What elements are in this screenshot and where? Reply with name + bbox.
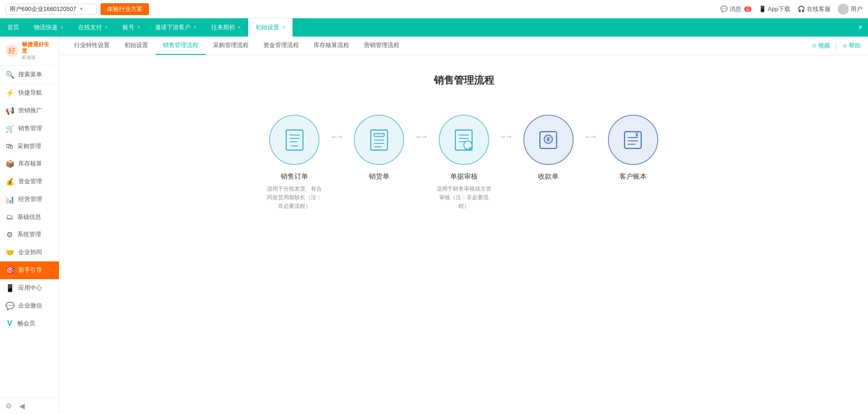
guide-label: 新手引导 (18, 266, 42, 274)
user-item[interactable]: 用户 (838, 4, 863, 15)
nav-logistics-close[interactable]: × (60, 24, 64, 31)
svg-point-16 (464, 141, 472, 149)
finance-icon: 💰 (5, 177, 15, 186)
sidebar-item-sales[interactable]: 🛒 销售管理 (0, 120, 59, 138)
flow-title: 销售管理流程 (87, 74, 841, 87)
sidebar-item-quicknav[interactable]: ⚡ 快捷导航 (0, 84, 59, 102)
tab-industry[interactable]: 行业特性设置 (67, 37, 117, 55)
sidebar-item-system[interactable]: ⚙ 系统管理 (0, 226, 59, 244)
nav-close-all-button[interactable]: × (858, 23, 863, 32)
service-item[interactable]: 🎧 在线客服 (798, 5, 831, 13)
tab-inventory-flow[interactable]: 库存核算流程 (306, 37, 357, 55)
nav-home-label: 首页 (7, 23, 19, 32)
inventory-icon: 📦 (5, 159, 15, 168)
nav-payment-close[interactable]: × (105, 24, 108, 31)
sidebar-item-vip[interactable]: V 畅会员 (0, 315, 59, 332)
purchase-icon: 🛍 (5, 142, 14, 150)
top-bar: 用户690企业1660120507 ▼ 体验行业方案 💬 消息 6 📱 App下… (0, 0, 868, 18)
divider: | (836, 42, 837, 49)
sidebar-search[interactable]: 🔍 搜索菜单 (0, 66, 59, 84)
svg-text:¥: ¥ (547, 136, 550, 143)
sidebar-item-collab[interactable]: 🤝 企业协同 (0, 244, 59, 261)
tab-inventory-flow-label: 库存核算流程 (314, 42, 349, 48)
logo-text-block: 畅捷通好生意 标准版 (22, 41, 54, 61)
nav-payment-label: 在线支付 (78, 23, 102, 32)
nav-init-label: 初始设置 (256, 23, 279, 32)
svg-text:¥: ¥ (635, 132, 639, 138)
sidebar-item-marketing[interactable]: 📢 营销推广 (0, 102, 59, 120)
step-review-circle[interactable] (439, 115, 489, 165)
wechat-label: 企业微信 (18, 302, 42, 310)
user-label: 用户 (851, 5, 863, 13)
step-review-desc: 适用于财务审核或主管审核（注：非必要流程） (434, 185, 494, 211)
sidebar-item-operation[interactable]: 📊 经营管理 (0, 191, 59, 208)
tab-marketing-flow[interactable]: 营销管理流程 (357, 37, 407, 55)
collab-label: 企业协同 (18, 248, 42, 256)
nav-logistics[interactable]: 物流快递 × (27, 18, 71, 37)
inventory-label: 库存核算 (18, 159, 42, 168)
tab-industry-label: 行业特性设置 (74, 42, 110, 48)
logo-icon: 好 (5, 43, 19, 58)
nav-payment[interactable]: 在线支付 × (71, 18, 115, 37)
nav-init[interactable]: 初始设置 × (248, 18, 293, 37)
quicknav-label: 快捷导航 (18, 89, 42, 97)
sidebar-item-wechat[interactable]: 💬 企业微信 (0, 297, 59, 315)
review-icon (451, 127, 476, 153)
video-link[interactable]: ⊙ 视频 (812, 42, 830, 50)
nav-period-close[interactable]: × (238, 24, 241, 31)
step-order-desc: 适用于分批发货、有合同发货周期较长（注：非必要流程） (265, 185, 324, 211)
step-payment-name: 收款单 (538, 172, 559, 181)
finance-label: 资金管理 (18, 177, 42, 186)
marketing-label: 营销推广 (18, 106, 42, 115)
nav-init-close[interactable]: × (282, 24, 285, 31)
nav-period[interactable]: 往来期初 × (204, 18, 248, 37)
ledger-icon: ¥ (620, 127, 645, 153)
step-delivery-circle[interactable] (354, 115, 404, 165)
tab-sales-flow[interactable]: 销售管理流程 (155, 37, 206, 55)
top-bar-right: 💬 消息 6 📱 App下载 🎧 在线客服 用户 (720, 4, 863, 15)
sidebar-bottom: ⚙ ◀ (0, 398, 59, 414)
logo-title: 畅捷通好生意 (22, 41, 54, 54)
tab-finance-flow-label: 资金管理流程 (263, 42, 299, 48)
message-label: 消息 (730, 5, 741, 13)
tab-purchase-flow[interactable]: 采购管理流程 (206, 37, 256, 55)
flow-step-order: 销售订单 适用于分批发货、有合同发货周期较长（注：非必要流程） (258, 115, 331, 211)
flow-step-delivery: 销货单 (342, 115, 415, 185)
delivery-icon (367, 127, 392, 153)
settings-icon[interactable]: ⚙ (5, 402, 12, 410)
step-payment-circle[interactable]: ¥ (523, 115, 574, 165)
step-order-circle[interactable] (269, 115, 320, 165)
company-select[interactable]: 用户690企业1660120507 ▼ (5, 4, 97, 15)
trial-button[interactable]: 体验行业方案 (101, 3, 149, 15)
tab-finance-flow[interactable]: 资金管理流程 (256, 37, 306, 55)
appstore-icon: 📱 (5, 284, 15, 292)
sidebar-item-finance[interactable]: 💰 资金管理 (0, 173, 59, 191)
collapse-icon[interactable]: ◀ (19, 402, 25, 410)
operation-icon: 📊 (5, 195, 15, 204)
help-link[interactable]: ⊙ 帮助 (842, 42, 861, 50)
marketing-icon: 📢 (5, 106, 15, 115)
app-download-item[interactable]: 📱 App下载 (759, 5, 790, 13)
nav-invite[interactable]: 邀请下游客户 × (148, 18, 204, 37)
search-icon: 🔍 (5, 70, 15, 79)
nav-home[interactable]: 首页 (0, 18, 27, 37)
content-tabs: 行业特性设置 初始设置 销售管理流程 采购管理流程 资金管理流程 库存核算流程 (59, 37, 868, 55)
payment-icon: ¥ (536, 127, 561, 153)
sidebar-item-appstore[interactable]: 📱 应用中心 (0, 279, 59, 297)
guide-icon: 🎯 (5, 266, 15, 275)
message-item[interactable]: 💬 消息 6 (720, 5, 751, 13)
nav-logistics-label: 物流快递 (34, 23, 58, 32)
sidebar-item-purchase[interactable]: 🛍 采购管理 (0, 138, 59, 155)
nav-account[interactable]: 账号 × (115, 18, 148, 37)
svg-rect-21 (624, 132, 641, 149)
nav-account-close[interactable]: × (137, 24, 140, 31)
basic-icon: 🗂 (5, 213, 14, 221)
tab-initial[interactable]: 初始设置 (117, 37, 155, 55)
nav-invite-close[interactable]: × (193, 24, 197, 31)
sidebar-item-basic[interactable]: 🗂 基础信息 (0, 208, 59, 226)
step-ledger-circle[interactable]: ¥ (608, 115, 658, 165)
purchase-label: 采购管理 (17, 142, 41, 150)
sidebar-item-guide[interactable]: 🎯 新手引导 (0, 261, 59, 279)
service-icon: 🎧 (798, 5, 805, 12)
sidebar-item-inventory[interactable]: 📦 库存核算 (0, 155, 59, 173)
